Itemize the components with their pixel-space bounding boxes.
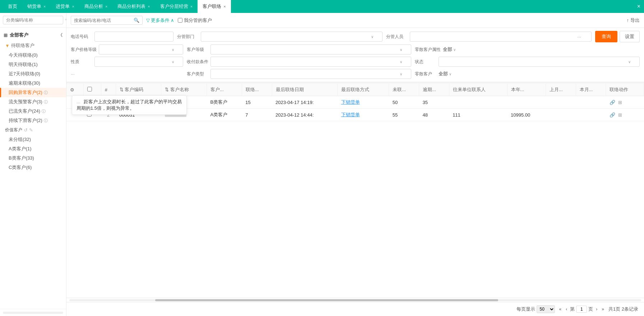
nav-purchase[interactable]: 进货单 × xyxy=(51,0,79,13)
my-customers-checkbox[interactable] xyxy=(178,18,182,23)
refresh-icon[interactable]: ↺ xyxy=(24,127,28,133)
th-last-contact-date[interactable]: 最后联络日期 xyxy=(272,84,338,96)
filter-row-3: 性质 ∨ 收付款条件 ∨ 状态 ∨ xyxy=(71,57,640,67)
th-name-sort-icon: ⇅ xyxy=(165,87,169,92)
th-contact[interactable]: 联络... xyxy=(242,84,272,96)
row2-contact-type-link[interactable]: 下销货单 xyxy=(341,112,360,117)
filter-customer-type-select[interactable]: ∨ xyxy=(210,69,412,79)
nav-product-analysis-close[interactable]: × xyxy=(105,4,107,9)
sidebar-item-repurchase[interactable]: 回购异常客户(2) ⓘ xyxy=(0,88,66,97)
edit-icon[interactable]: ✎ xyxy=(29,127,33,133)
sidebar-item-declining[interactable]: 持续下滑客户(2) ⓘ xyxy=(0,116,66,125)
filter-dept-select[interactable]: ∨ xyxy=(201,32,383,42)
th-this-year[interactable]: 本年... xyxy=(507,84,546,96)
filter-phone-select[interactable] xyxy=(94,32,173,42)
row2-action-icons: 🔗 ⊞ xyxy=(610,112,640,118)
sidebar-value-customer-section[interactable]: 价值客户 ↺ ✎ xyxy=(0,125,66,135)
nav-product-analysis[interactable]: 商品分析 × xyxy=(79,0,112,13)
row1-link-icon[interactable]: 🔗 xyxy=(610,100,615,105)
filter-row-4: ··· 客户类型 ∨ 零散客户 全部 ∨ xyxy=(71,69,640,79)
filter-department-field: 分管部门 ∨ xyxy=(177,32,383,42)
sidebar-item-b-class[interactable]: B类客户(33) xyxy=(0,154,66,163)
last-page-btn[interactable]: » xyxy=(600,306,606,312)
th-this-month[interactable]: 本月... xyxy=(576,84,606,96)
filter-icon: ▽ xyxy=(146,18,150,23)
main-search-icon[interactable]: 🔍 xyxy=(134,18,139,23)
nav-product-list[interactable]: 商品分析列表 × xyxy=(112,0,155,13)
nav-customer-contact-close[interactable]: × xyxy=(223,4,226,9)
window-close-icon[interactable]: × xyxy=(637,3,640,10)
manager-dots[interactable]: ··· xyxy=(576,34,583,39)
row4-dots[interactable]: ··· xyxy=(71,71,75,77)
sidebar-item-c-class[interactable]: C类客户(6) xyxy=(0,163,66,172)
settings-button[interactable]: 设置 xyxy=(620,31,640,42)
search-box: 🔍 xyxy=(71,16,143,25)
th-overdue[interactable]: 逾期... xyxy=(419,84,449,96)
sidebar-item-churn-warning[interactable]: 流失预警客户(3) ⓘ xyxy=(0,97,66,107)
filter-retail-attr-select[interactable]: 全部 ∨ xyxy=(443,46,456,53)
sidebar-item-a-class[interactable]: A类客户(1) xyxy=(0,144,66,154)
chevron-up-icon: ∧ xyxy=(171,18,174,23)
nav-sales[interactable]: 销货单 × xyxy=(22,0,51,13)
nav-purchase-close[interactable]: × xyxy=(72,4,74,9)
filter-retail-customer-select[interactable]: 全部 ∨ xyxy=(439,71,451,77)
gender-chevron-icon: ∨ xyxy=(172,60,174,64)
query-button[interactable]: 查询 xyxy=(595,31,617,42)
sidebar-item-tomorrow[interactable]: 明天待联络(1) xyxy=(0,60,66,69)
next-page-btn[interactable]: › xyxy=(594,306,599,312)
row1-grid-icon[interactable]: ⊞ xyxy=(618,100,622,105)
prev-page-btn[interactable]: ‹ xyxy=(564,306,569,312)
sidebar-search-input[interactable] xyxy=(3,16,63,24)
filter-status-select[interactable]: ∨ xyxy=(439,57,640,67)
sidebar-horizontal-scroll[interactable] xyxy=(3,312,63,314)
filter-price-select[interactable]: ∨ xyxy=(99,44,183,55)
th-last-month[interactable]: 上月... xyxy=(546,84,576,96)
filter-payment-select[interactable]: ∨ xyxy=(210,57,412,67)
row2-grid-icon[interactable]: ⊞ xyxy=(618,112,622,118)
first-page-btn[interactable]: « xyxy=(558,306,563,312)
nav-sales-close[interactable]: × xyxy=(43,4,46,9)
sidebar: 🔍 ⊞ 全部客户 《 ▼ 待联络客户 今天待联络(0) 明天待联络(1) xyxy=(0,13,66,316)
sidebar-all-customers[interactable]: ⊞ 全部客户 《 xyxy=(0,30,66,41)
export-button[interactable]: ↑ 导出 xyxy=(627,17,640,24)
sidebar-item-b-class-label: B类客户(33) xyxy=(9,155,34,161)
page-input[interactable] xyxy=(576,306,587,313)
per-page-select[interactable]: 50 20 100 xyxy=(537,305,555,313)
th-category[interactable]: 客户... xyxy=(207,84,242,96)
nav-customer-tier-close[interactable]: × xyxy=(190,4,193,9)
nav-home[interactable]: 首页 xyxy=(3,0,22,13)
more-conditions-label: 更多条件 xyxy=(151,17,170,24)
sidebar-item-7days[interactable]: 近7天待联络(0) xyxy=(0,69,66,79)
sidebar-pending-title[interactable]: ▼ 待联络客户 xyxy=(0,41,66,51)
th-code-label: 客户编码 xyxy=(125,87,143,92)
row2-pending: 55 xyxy=(389,109,419,121)
nav-product-list-close[interactable]: × xyxy=(148,4,150,9)
main-search-input[interactable] xyxy=(74,18,134,23)
row1-contact-type-link[interactable]: 下销货单 xyxy=(341,99,360,105)
page-nav: « ‹ 第 页 › » xyxy=(558,306,606,313)
horizontal-scrollbar[interactable] xyxy=(66,298,644,302)
th-last-contact-type[interactable]: 最后联络方式 xyxy=(338,84,389,96)
sidebar-item-today[interactable]: 今天待联络(0) xyxy=(0,51,66,60)
th-settings[interactable]: ⚙ xyxy=(66,84,83,96)
sidebar-item-ungroup[interactable]: 未分组(32) xyxy=(0,135,66,144)
filter-manager-label: 分管人员 xyxy=(386,34,408,40)
th-name[interactable]: ⇅ 客户名称 xyxy=(161,84,207,96)
row2-link-icon[interactable]: 🔗 xyxy=(610,112,615,118)
th-pending[interactable]: 未联... xyxy=(389,84,419,96)
th-code[interactable]: ⇅ 客户编码 xyxy=(116,84,161,96)
filter-gender-select[interactable]: ∨ xyxy=(94,57,183,67)
select-all-checkbox[interactable] xyxy=(87,87,92,91)
filter-manager-select[interactable]: ··· xyxy=(410,32,592,42)
sidebar-collapse-icon[interactable]: 《 xyxy=(58,32,62,38)
scrollbar-thumb[interactable] xyxy=(155,299,498,301)
filter-dept-label: 分管部门 xyxy=(177,34,199,40)
sidebar-item-overdue[interactable]: 逾期未联络(30) xyxy=(0,79,66,88)
sidebar-item-churned[interactable]: 已流失客户(24) ⓘ xyxy=(0,107,66,116)
filter-grade-select[interactable]: ∨ xyxy=(210,44,412,55)
table-settings-icon[interactable]: ⚙ xyxy=(70,87,74,93)
nav-customer-contact[interactable]: 客户联络 × xyxy=(198,0,231,13)
th-partner-contact[interactable]: 往来单位联系人 xyxy=(449,84,507,96)
nav-customer-tier[interactable]: 客户分层经营 × xyxy=(155,0,198,13)
more-conditions-btn[interactable]: ▽ 更多条件 ∧ xyxy=(146,17,174,24)
